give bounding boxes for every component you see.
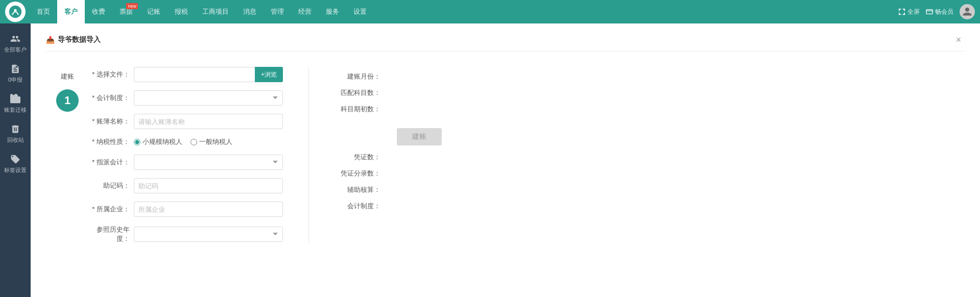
build-account-button[interactable]: 建账 xyxy=(397,128,442,145)
right-accounting-system-label: 会计制度： xyxy=(334,202,380,211)
sidebar: 全部客户 0申报 账套迁移 回收站 标签设置 xyxy=(0,23,31,297)
match-subjects-label: 匹配科目数： xyxy=(334,88,380,97)
svg-rect-2 xyxy=(926,10,933,14)
file-text-input[interactable] xyxy=(134,67,255,82)
sidebar-item-all-customers[interactable]: 全部客户 xyxy=(0,29,31,59)
vouchers-label: 凭证数： xyxy=(334,153,380,162)
company-label: * 所属企业： xyxy=(89,205,130,214)
sidebar-item-tag-settings[interactable]: 标签设置 xyxy=(0,149,31,179)
svg-point-1 xyxy=(14,9,16,12)
tax-general-radio[interactable]: 一般纳税人 xyxy=(190,137,232,146)
nav-message[interactable]: 消息 xyxy=(236,0,264,23)
aux-accounting-row: 辅助核算： xyxy=(334,185,462,194)
file-row: * 选择文件： +浏览 xyxy=(89,67,283,82)
separator xyxy=(308,67,309,243)
main-layout: 全部客户 0申报 账套迁移 回收站 标签设置 📥 导爷数据导入 xyxy=(0,23,980,297)
build-month-row: 建账月份： xyxy=(334,72,462,81)
right-accounting-system-row: 会计制度： xyxy=(334,202,462,211)
voucher-entries-label: 凭证分录数： xyxy=(334,169,380,178)
sidebar-item-trash[interactable]: 回收站 xyxy=(0,119,31,149)
accounting-system-select[interactable] xyxy=(134,90,283,106)
dialog-header: 📥 导爷数据导入 × xyxy=(46,34,965,52)
vouchers-row: 凭证数： xyxy=(334,153,462,162)
init-balance-label: 科目期初数： xyxy=(334,105,380,114)
nav-right: 全屏 畅会员 xyxy=(898,4,975,19)
form-container: 建账 1 * 选择文件： +浏览 xyxy=(46,62,965,249)
section-label-text: 建账 xyxy=(61,72,74,81)
nav-tickets[interactable]: 票据 new xyxy=(112,0,140,23)
aux-accounting-label: 辅助核算： xyxy=(334,185,380,194)
accounting-system-row: * 会计制度： xyxy=(89,90,283,106)
file-input-group: +浏览 xyxy=(134,67,283,82)
sidebar-item-zero-report[interactable]: 0申报 xyxy=(0,59,31,89)
tax-type-row: * 纳税性质： 小规模纳税人 一般纳税人 xyxy=(89,137,283,146)
tax-type-radio-group: 小规模纳税人 一般纳税人 xyxy=(134,137,232,146)
nav-tax[interactable]: 报税 xyxy=(168,0,195,23)
nav-customers[interactable]: 客户 xyxy=(57,0,85,23)
import-icon: 📥 xyxy=(46,36,55,44)
nav-service[interactable]: 服务 xyxy=(319,0,346,23)
company-row: * 所属企业： xyxy=(89,202,283,217)
nav-accounting[interactable]: 记账 xyxy=(140,0,168,23)
accounting-system-label: * 会计制度： xyxy=(89,93,130,103)
app-logo[interactable] xyxy=(5,2,26,22)
ledger-name-input[interactable] xyxy=(134,114,283,129)
right-panel: 建账月份： 匹配科目数： 科目期初数： 建账 凭证 xyxy=(334,67,462,243)
memo-code-row: 助记码： xyxy=(89,178,283,193)
fullscreen-btn[interactable]: 全屏 xyxy=(898,8,920,16)
history-year-row: 参照历史年度： xyxy=(89,225,283,243)
init-balance-row: 科目期初数： xyxy=(334,105,462,114)
nav-fees[interactable]: 收费 xyxy=(85,0,112,23)
tax-small-scale-radio[interactable]: 小规模纳税人 xyxy=(134,137,182,146)
memo-code-label: 助记码： xyxy=(89,181,130,190)
history-year-label: 参照历史年度： xyxy=(89,225,130,243)
user-avatar[interactable] xyxy=(960,4,975,19)
voucher-entries-row: 凭证分录数： xyxy=(334,169,462,178)
tax-type-label: * 纳税性质： xyxy=(89,137,130,146)
browse-button[interactable]: +浏览 xyxy=(255,67,283,82)
new-badge: new xyxy=(126,3,138,9)
ledger-name-label: * 账簿名称： xyxy=(89,117,130,126)
ledger-name-row: * 账簿名称： xyxy=(89,114,283,129)
nav-items: 首页 客户 收费 票据 new 记账 报税 工商项目 消息 管理 经营 服务 设… xyxy=(30,0,898,23)
sidebar-item-migration[interactable]: 账套迁移 xyxy=(0,89,31,119)
nav-manage[interactable]: 管理 xyxy=(264,0,291,23)
dialog-panel: 📥 导爷数据导入 × 建账 1 * 选择文件： xyxy=(31,23,980,297)
match-subjects-row: 匹配科目数： xyxy=(334,88,462,97)
memo-code-input[interactable] xyxy=(134,178,283,193)
member-btn[interactable]: 畅会员 xyxy=(926,8,953,16)
step-indicator: 1 xyxy=(56,89,79,112)
top-navigation: 首页 客户 收费 票据 new 记账 报税 工商项目 消息 管理 经营 服务 设… xyxy=(0,0,980,23)
form-fields: * 选择文件： +浏览 * 会计制度： xyxy=(89,67,283,243)
assign-accountant-row: * 指派会计： xyxy=(89,155,283,170)
assign-accountant-label: * 指派会计： xyxy=(89,158,130,167)
content-area: 📥 导爷数据导入 × 建账 1 * 选择文件： xyxy=(31,23,980,297)
nav-business[interactable]: 工商项目 xyxy=(195,0,236,23)
close-button[interactable]: × xyxy=(952,34,965,46)
file-label: * 选择文件： xyxy=(89,70,130,79)
assign-accountant-select[interactable] xyxy=(134,155,283,170)
form-section-left: 建账 1 * 选择文件： +浏览 xyxy=(56,67,283,243)
build-month-label: 建账月份： xyxy=(334,72,380,81)
dialog-title: 📥 导爷数据导入 xyxy=(46,35,101,44)
history-year-select[interactable] xyxy=(134,227,283,242)
nav-settings[interactable]: 设置 xyxy=(346,0,374,23)
nav-operation[interactable]: 经营 xyxy=(291,0,319,23)
company-input[interactable] xyxy=(134,202,283,217)
nav-home[interactable]: 首页 xyxy=(30,0,57,23)
